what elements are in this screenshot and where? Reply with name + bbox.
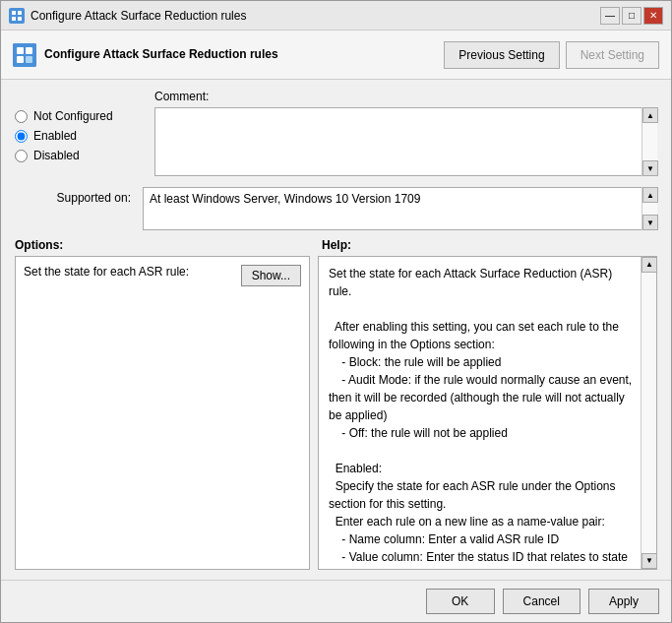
supported-label: Supported on: bbox=[15, 187, 131, 205]
help-line-1: Set the state for each Attack Surface Re… bbox=[329, 265, 637, 300]
options-panel: Set the state for each ASR rule: Show... bbox=[15, 256, 310, 570]
help-scroll-down[interactable]: ▼ bbox=[641, 553, 657, 569]
help-line-8: Enter each rule on a new line as a name-… bbox=[329, 513, 637, 530]
close-button[interactable]: ✕ bbox=[643, 7, 663, 25]
header-bar: Configure Attack Surface Reduction rules… bbox=[1, 31, 671, 80]
svg-rect-4 bbox=[13, 43, 36, 67]
help-scrollbar: ▲ ▼ bbox=[641, 257, 656, 569]
next-setting-button[interactable]: Next Setting bbox=[566, 41, 659, 69]
svg-rect-8 bbox=[26, 56, 32, 63]
svg-rect-1 bbox=[18, 11, 22, 15]
not-configured-label: Not Configured bbox=[33, 109, 113, 123]
supported-value: At least Windows Server, Windows 10 Vers… bbox=[150, 192, 420, 206]
top-section: Not Configured Enabled Disabled Comment:… bbox=[15, 90, 657, 179]
disabled-option[interactable]: Disabled bbox=[15, 149, 143, 162]
comment-scroll-up[interactable]: ▲ bbox=[642, 107, 658, 123]
help-line-3: - Block: the rule will be applied bbox=[329, 353, 637, 371]
content-area: Not Configured Enabled Disabled Comment:… bbox=[1, 80, 671, 580]
supported-scrollbar: ▲ ▼ bbox=[641, 187, 657, 230]
main-window: Configure Attack Surface Reduction rules… bbox=[0, 0, 672, 623]
svg-rect-6 bbox=[26, 47, 32, 54]
maximize-button[interactable]: □ bbox=[622, 7, 641, 25]
section-headers: Options: Help: bbox=[15, 238, 657, 252]
help-section-header: Help: bbox=[322, 238, 351, 252]
disabled-label: Disabled bbox=[33, 149, 80, 162]
show-button[interactable]: Show... bbox=[241, 265, 301, 286]
svg-rect-2 bbox=[12, 17, 16, 21]
header-title: Configure Attack Surface Reduction rules bbox=[44, 46, 278, 63]
help-panel: Set the state for each Attack Surface Re… bbox=[318, 256, 657, 570]
minimize-button[interactable]: — bbox=[600, 7, 620, 25]
comment-scroll-down[interactable]: ▼ bbox=[642, 160, 658, 176]
comment-scrollbar: ▲ ▼ bbox=[641, 107, 657, 176]
supported-scroll-up[interactable]: ▲ bbox=[642, 187, 658, 203]
svg-rect-3 bbox=[18, 17, 22, 21]
title-bar-left: Configure Attack Surface Reduction rules bbox=[9, 8, 246, 24]
title-bar: Configure Attack Surface Reduction rules… bbox=[1, 1, 671, 31]
enabled-label: Enabled bbox=[33, 129, 77, 143]
help-line-10: - Value column: Enter the status ID that… bbox=[329, 548, 637, 570]
help-line-2: After enabling this setting, you can set… bbox=[329, 318, 637, 353]
help-line-4: - Audit Mode: if the rule would normally… bbox=[329, 371, 637, 424]
supported-scroll-thumb bbox=[642, 203, 657, 215]
svg-rect-5 bbox=[17, 47, 24, 54]
header-left: Configure Attack Surface Reduction rules bbox=[13, 43, 278, 67]
apply-button[interactable]: Apply bbox=[588, 589, 659, 614]
options-section-header: Options: bbox=[15, 238, 310, 252]
help-line-5: - Off: the rule will not be applied bbox=[329, 424, 637, 442]
help-line-6: Enabled: bbox=[329, 460, 637, 477]
supported-box: At least Windows Server, Windows 10 Vers… bbox=[143, 187, 657, 230]
supported-section: Supported on: At least Windows Server, W… bbox=[15, 187, 657, 230]
window-controls: — □ ✕ bbox=[600, 7, 663, 25]
comment-scroll-thumb bbox=[642, 123, 657, 160]
comment-textarea[interactable] bbox=[154, 107, 657, 176]
comment-section: Comment: ▲ ▼ bbox=[154, 90, 657, 179]
ok-button[interactable]: OK bbox=[426, 589, 495, 614]
options-text: Set the state for each ASR rule: bbox=[24, 265, 233, 279]
supported-scroll-down[interactable]: ▼ bbox=[642, 215, 658, 230]
cancel-button[interactable]: Cancel bbox=[503, 589, 580, 614]
bottom-panels: Set the state for each ASR rule: Show...… bbox=[15, 256, 657, 570]
enabled-option[interactable]: Enabled bbox=[15, 129, 143, 143]
help-scroll-thumb bbox=[641, 273, 656, 553]
window-icon bbox=[9, 8, 25, 24]
header-buttons: Previous Setting Next Setting bbox=[444, 41, 659, 69]
svg-rect-0 bbox=[12, 11, 16, 15]
footer: OK Cancel Apply bbox=[1, 580, 671, 622]
svg-rect-7 bbox=[17, 56, 24, 63]
help-scroll-up[interactable]: ▲ bbox=[641, 257, 657, 273]
help-line-7: Specify the state for each ASR rule unde… bbox=[329, 477, 637, 513]
enabled-radio[interactable] bbox=[15, 130, 28, 143]
not-configured-radio[interactable] bbox=[15, 110, 28, 123]
previous-setting-button[interactable]: Previous Setting bbox=[444, 41, 559, 69]
not-configured-option[interactable]: Not Configured bbox=[15, 109, 143, 123]
disabled-radio[interactable] bbox=[15, 150, 28, 162]
comment-label: Comment: bbox=[154, 90, 657, 103]
help-line-9: - Name column: Enter a valid ASR rule ID bbox=[329, 530, 637, 548]
window-title: Configure Attack Surface Reduction rules bbox=[31, 9, 246, 23]
radio-group: Not Configured Enabled Disabled bbox=[15, 90, 143, 179]
policy-icon bbox=[13, 43, 36, 67]
